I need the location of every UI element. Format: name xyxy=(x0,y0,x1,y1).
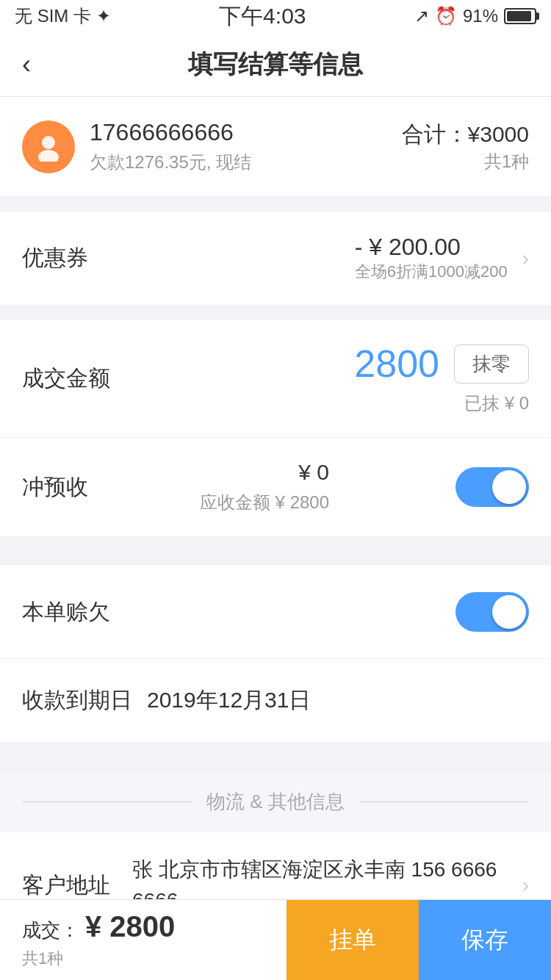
debt-section: 本单赊欠 收款到期日 2019年12月31日 xyxy=(0,566,551,742)
debt-toggle-knob xyxy=(492,595,526,629)
status-left: 无 SIM 卡 ✦ xyxy=(15,4,111,28)
no-sim-label: 无 SIM 卡 ✦ xyxy=(15,4,111,28)
hold-button[interactable]: 挂单 xyxy=(287,900,419,981)
bottom-count: 共1种 xyxy=(22,948,264,970)
prepay-label: 冲预收 xyxy=(22,472,88,502)
bottom-bar: 成交： ¥ 2800 共1种 挂单 保存 xyxy=(0,899,551,980)
svg-point-0 xyxy=(42,136,55,149)
customer-card: 17666666666 欠款1276.35元, 现结 合计：¥3000 共1种 xyxy=(0,97,551,196)
transaction-amount-section: 2800 抹零 已抹 ¥ 0 xyxy=(354,342,529,415)
coupon-discount: - ¥ 200.00 xyxy=(355,234,508,261)
customer-phone: 17666666666 xyxy=(90,119,251,146)
clock-icon: ⏰ xyxy=(435,6,457,26)
debt-toggle[interactable] xyxy=(455,592,529,632)
status-time: 下午4:03 xyxy=(219,1,306,32)
save-button[interactable]: 保存 xyxy=(419,900,551,981)
gray-divider-1 xyxy=(0,305,551,320)
coupon-right: - ¥ 200.00 全场6折满1000减200 › xyxy=(355,234,529,283)
battery-icon xyxy=(504,8,536,24)
transaction-amount: 2800 xyxy=(354,342,439,386)
prepay-right: ¥ 0 应收金额 ¥ 2800 xyxy=(200,460,329,514)
prepay-row: 冲预收 ¥ 0 应收金额 ¥ 2800 xyxy=(0,438,551,536)
bottom-trans-amount: ¥ 2800 xyxy=(85,910,175,943)
prepay-amount: ¥ 0 xyxy=(298,460,329,485)
address-label: 客户地址 xyxy=(22,871,110,901)
svg-point-1 xyxy=(38,150,59,162)
coupon-desc: 全场6折满1000减200 xyxy=(355,261,508,283)
round-button[interactable]: 抹零 xyxy=(454,345,529,383)
prepay-sub: 应收金额 ¥ 2800 xyxy=(200,491,329,514)
total-amount: 合计：¥3000 xyxy=(402,120,529,150)
chevron-right-icon: › xyxy=(522,247,529,270)
status-bar: 无 SIM 卡 ✦ 下午4:03 ↗ ⏰ 91% xyxy=(0,0,551,32)
divider-line-left xyxy=(22,801,192,802)
transaction-section: 成交金额 2800 抹零 已抹 ¥ 0 冲预收 ¥ 0 应收金额 ¥ 2800 xyxy=(0,320,551,536)
nav-bar: ‹ 填写结算等信息 xyxy=(0,32,551,97)
status-right: ↗ ⏰ 91% xyxy=(414,6,536,26)
total-count: 共1种 xyxy=(402,150,529,173)
debt-row: 本单赊欠 xyxy=(0,566,551,659)
coupon-label: 优惠券 xyxy=(22,243,88,273)
address-chevron-icon: › xyxy=(522,873,529,897)
logistics-divider: 物流 & 其他信息 xyxy=(0,771,551,832)
customer-row: 17666666666 欠款1276.35元, 现结 合计：¥3000 共1种 xyxy=(22,119,529,174)
prepay-toggle-knob xyxy=(492,470,526,504)
avatar xyxy=(22,120,75,173)
bottom-trans-label: 成交： xyxy=(22,918,79,943)
due-label: 收款到期日 xyxy=(22,685,132,716)
customer-debt: 欠款1276.35元, 现结 xyxy=(90,151,251,174)
total-value: ¥3000 xyxy=(468,122,529,146)
gray-divider-3 xyxy=(0,757,551,771)
avatar-icon xyxy=(34,132,63,162)
prepay-toggle[interactable] xyxy=(455,467,529,507)
transaction-amount-row: 2800 抹零 xyxy=(354,342,529,386)
transaction-row: 成交金额 2800 抹零 已抹 ¥ 0 xyxy=(0,320,551,438)
due-date-row: 收款到期日 2019年12月31日 xyxy=(0,659,551,742)
debt-label: 本单赊欠 xyxy=(22,597,110,627)
bottom-info: 成交： ¥ 2800 共1种 xyxy=(0,910,287,970)
transaction-label: 成交金额 xyxy=(22,364,110,394)
page-title: 填写结算等信息 xyxy=(188,48,363,82)
battery-percent: 91% xyxy=(463,6,498,26)
back-button[interactable]: ‹ xyxy=(22,49,31,80)
divider-line-right xyxy=(359,801,529,802)
due-value: 2019年12月31日 xyxy=(147,685,311,716)
total-label: 合计： xyxy=(402,122,468,146)
customer-right: 合计：¥3000 共1种 xyxy=(402,120,529,173)
location-icon: ↗ xyxy=(414,6,429,26)
battery-fill xyxy=(507,11,531,21)
gray-divider-2 xyxy=(0,551,551,566)
bottom-amount: 成交： ¥ 2800 xyxy=(22,910,264,943)
logistics-label: 物流 & 其他信息 xyxy=(192,789,359,815)
coupon-row[interactable]: 优惠券 - ¥ 200.00 全场6折满1000减200 › xyxy=(0,211,551,305)
transaction-rounded-sub: 已抹 ¥ 0 xyxy=(464,392,529,415)
customer-info: 17666666666 欠款1276.35元, 现结 xyxy=(90,119,251,174)
customer-left: 17666666666 欠款1276.35元, 现结 xyxy=(22,119,251,174)
